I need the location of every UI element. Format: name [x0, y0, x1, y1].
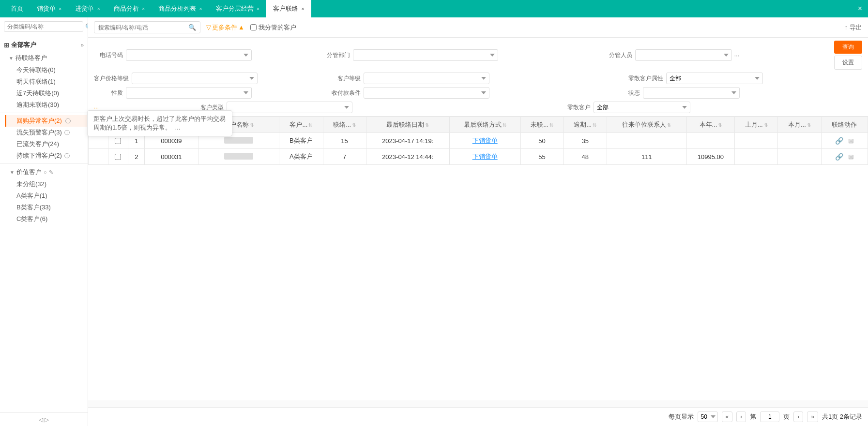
more-conditions-btn[interactable]: ▽ 更多条件 ▲ [206, 23, 244, 32]
tooltip-more: ... [175, 124, 180, 131]
col-overdue[interactable]: 逾期...⇅ [563, 117, 607, 133]
sidebar-item-ungrouped[interactable]: 未分组(32) [5, 178, 88, 190]
sidebar-item-churn-warning[interactable]: 流失预警客户(3) ⓘ [5, 127, 88, 138]
my-customers-checkbox[interactable] [250, 24, 257, 30]
way-link-2[interactable]: 下销货单 [472, 153, 498, 160]
sidebar-pending-title[interactable]: ▼ 待联络客户 [5, 52, 88, 64]
nav-close-sales[interactable]: × [59, 6, 61, 12]
nav-close-analysis-list[interactable]: × [199, 6, 202, 12]
sidebar-expand-btn[interactable]: ◁ ▷ [39, 416, 49, 423]
sidebar-item-declining[interactable]: 持续下滑客户(2) ⓘ [5, 150, 88, 162]
action-grid-icon-2[interactable]: ⊞ [848, 153, 854, 161]
search-icon-main[interactable]: 🔍 [188, 24, 196, 31]
nav-close-customer-contact[interactable]: × [301, 6, 304, 12]
prev-page-button[interactable]: ‹ [736, 411, 746, 422]
filter-icon: ▽ [206, 24, 211, 31]
payment-select[interactable] [364, 87, 489, 99]
nav-item-purchase[interactable]: 进货单 × [68, 0, 107, 17]
customer-type-select[interactable] [227, 102, 352, 113]
sidebar-item-7days[interactable]: 近7天待联络(0) [5, 88, 88, 99]
nav-item-analysis-list[interactable]: 商品分析列表 × [152, 0, 209, 17]
set-button[interactable]: 设置 [834, 56, 862, 70]
page-input[interactable] [760, 411, 779, 422]
nav-item-customer-contact[interactable]: 客户联络 × [266, 0, 311, 17]
nav-close-analysis[interactable]: × [142, 6, 145, 12]
action-grid-icon-1[interactable]: ⊞ [848, 137, 854, 145]
edit2-icon[interactable]: ✎ [49, 169, 53, 176]
first-page-button[interactable]: « [722, 411, 733, 422]
person-input[interactable] [635, 49, 732, 61]
window-close-button[interactable]: × [858, 4, 862, 13]
cell-checkbox-2 [108, 149, 128, 165]
sidebar-item-b-class[interactable]: B类客户(33) [5, 202, 88, 213]
sidebar-item-overdue[interactable]: 逾期未联络(30) [5, 99, 88, 111]
price-level-select[interactable] [132, 73, 258, 84]
action-link-icon-1[interactable]: 🔗 [835, 137, 843, 145]
col-last-contact-date[interactable]: 最后联络日期⇅ [366, 117, 449, 133]
col-this-month[interactable]: 本月...⇅ [778, 117, 821, 133]
page-size-select[interactable]: 50 [698, 411, 718, 422]
sidebar-item-anomaly-title[interactable]: 回购异常客户(2) ⓘ [5, 115, 88, 127]
phone-input[interactable] [126, 49, 252, 61]
horizontal-scrollbar[interactable] [88, 400, 868, 407]
sidebar-item-churned[interactable]: 已流失客户(24) [5, 138, 88, 150]
sidebar-item-c-class[interactable]: C类客户(6) [5, 213, 88, 225]
retail-attr-select[interactable]: 全部 [666, 73, 763, 84]
filter-retail-customer: 零散客户 全部 [567, 102, 862, 113]
action-link-icon-2[interactable]: 🔗 [835, 153, 843, 161]
page-label: 第 [750, 412, 756, 421]
my-customers-filter[interactable]: 我分管的客户 [250, 23, 296, 32]
col-last-month[interactable]: 上月...⇅ [735, 117, 778, 133]
col-not-contacted[interactable]: 未联...⇅ [520, 117, 563, 133]
sidebar-all-customers[interactable]: ⊞ 全部客户 » [0, 38, 88, 52]
cell-overdue-2: 48 [563, 149, 607, 165]
customer-level-select[interactable] [364, 73, 489, 84]
top-nav: 首页 销货单 × 进货单 × 商品分析 × 商品分析列表 × 客户分层经营 × … [0, 0, 868, 17]
export-icon: ↑ [845, 24, 848, 31]
nav-close-purchase[interactable]: × [97, 6, 100, 12]
cell-not-contacted-1: 50 [520, 133, 563, 149]
dept-select[interactable] [353, 49, 498, 61]
filter-status: 状态 [628, 87, 862, 99]
col-type[interactable]: 客户...⇅ [279, 117, 323, 133]
gender-select[interactable] [126, 87, 252, 99]
col-this-year[interactable]: 本年...⇅ [686, 117, 735, 133]
sidebar-item-a-class[interactable]: A类客户(1) [5, 190, 88, 202]
edit-icon[interactable]: ○ [44, 169, 47, 175]
pagination-bar: 每页显示 50 « ‹ 第 页 › » 共1页 2条记录 [88, 407, 868, 426]
sidebar-item-tomorrow[interactable]: 明天待联络(1) [5, 76, 88, 88]
nav-close-customer-segment[interactable]: × [257, 6, 259, 12]
col-contact[interactable]: 联络...⇅ [323, 117, 366, 133]
cell-way-2[interactable]: 下销货单 [449, 149, 520, 165]
col-last-contact-way[interactable]: 最后联络方式⇅ [449, 117, 520, 133]
export-button[interactable]: ↑ 导出 [845, 23, 863, 32]
cell-this-year-2: 10995.00 [686, 149, 735, 165]
cell-way-1[interactable]: 下销货单 [449, 133, 520, 149]
sidebar-item-today[interactable]: 今天待联络(0) [5, 64, 88, 76]
payment-label: 收付款条件 [332, 89, 361, 97]
grid-icon: ⊞ [4, 42, 9, 49]
search-input[interactable] [98, 24, 188, 31]
last-page-button[interactable]: » [807, 411, 818, 422]
nav-item-analysis[interactable]: 商品分析 × [107, 0, 152, 17]
row-checkbox-1[interactable] [115, 138, 121, 144]
status-select[interactable] [643, 87, 740, 99]
person-more-icon[interactable]: ··· [734, 52, 739, 59]
sidebar-value-title[interactable]: ▼ 价值客户 ○ ✎ [5, 166, 88, 178]
cell-date-1: 2023-04-17 14:19: [366, 133, 449, 149]
sidebar-content: ⊞ 全部客户 » ▼ 待联络客户 今天待联络(0) 明天待联络(1) 近7天待联… [0, 36, 88, 412]
sidebar-search-input[interactable] [4, 21, 83, 32]
nav-item-sales[interactable]: 销货单 × [30, 0, 68, 17]
retail-customer-select[interactable]: 全部 [594, 102, 690, 113]
way-link-1[interactable]: 下销货单 [472, 137, 498, 144]
cell-contact-1: 15 [323, 133, 366, 149]
nav-item-home[interactable]: 首页 [4, 0, 30, 17]
row-checkbox-2[interactable] [115, 154, 121, 160]
collapse-icon[interactable]: » [81, 42, 84, 48]
nav-item-customer-segment[interactable]: 客户分层经营 × [209, 0, 266, 17]
table-area: ⚙ 客户编码⇅ 客户名称⇅ 客户...⇅ [88, 117, 868, 400]
query-button[interactable]: 查询 [834, 41, 862, 54]
col-unit-contact[interactable]: 往来单位联系人⇅ [607, 117, 686, 133]
gender-label: 性质 [94, 89, 123, 97]
next-page-button[interactable]: › [793, 411, 803, 422]
